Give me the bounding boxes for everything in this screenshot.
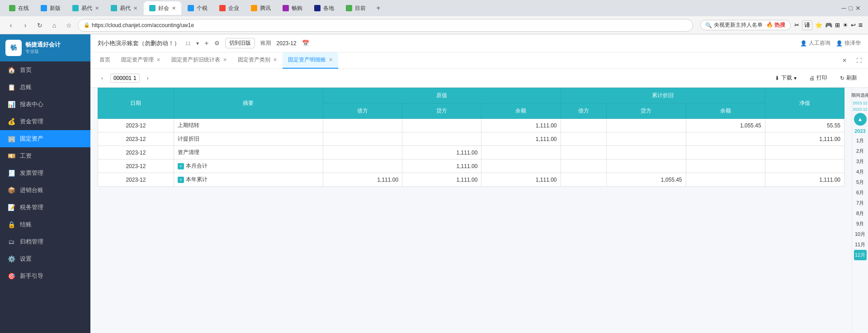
page-toolbar: ‹ 000001 1 › ⬇ 下载 ▾ 🖨 打印 ↻ 刷新 <box>90 69 868 88</box>
period-month-12月[interactable]: 12月 <box>854 250 867 260</box>
add-account-btn[interactable]: + <box>204 39 208 47</box>
print-btn[interactable]: 🖨 打印 <box>806 72 831 84</box>
user-avatar[interactable]: 👤 徐泽华 <box>836 39 861 47</box>
bookmark-button[interactable]: ☆ <box>63 20 74 31</box>
cell-yz-debit <box>323 159 402 173</box>
tab-close-icon[interactable]: ✕ <box>172 5 176 11</box>
consult-btn[interactable]: 👤 人工咨询 <box>800 39 830 47</box>
month-items: 1月2月3月4月5月6月7月8月9月10月11月12月 <box>854 136 867 260</box>
cell-summary: 计提折旧 <box>174 132 323 146</box>
hot-search-label: 🔥 热搜 <box>766 21 785 29</box>
switch-version-btn[interactable]: 切到旧版 <box>225 38 255 48</box>
page-number: 1 <box>133 75 137 81</box>
content-tab-close-fixed-asset-mgmt[interactable]: ✕ <box>156 57 160 63</box>
content-tab-asset-detail[interactable]: 固定资产明细账 ✕ <box>283 52 338 69</box>
sidebar-item-fixed-assets[interactable]: 🏢 固定资产 <box>0 130 90 147</box>
browser-tab-tab4[interactable]: 易代 ✕ <box>105 1 143 15</box>
sidebar: 畅 畅捷通好会计 专业版 🏠 首页📋 总账📊 报表中心💰 资金管理🏢 固定资产💴… <box>0 34 90 333</box>
sidebar-item-closing[interactable]: 🔒 结账 <box>0 216 90 233</box>
row-tag: + <box>178 177 184 183</box>
col-yz-balance: 余额 <box>481 103 561 119</box>
browser-tab-tab8[interactable]: 腾讯 <box>245 1 276 15</box>
browser-tab-tab5[interactable]: 好会 ✕ <box>144 1 181 15</box>
sidebar-item-inventory[interactable]: 📦 进销台账 <box>0 182 90 199</box>
refresh-btn[interactable]: ↻ 刷新 <box>836 72 861 84</box>
address-input[interactable]: 🔒 https://cloud.chanjet.com/accounting/u… <box>78 19 693 32</box>
browser-tab-tab2[interactable]: 新版 <box>35 1 66 15</box>
browser-tab-tab10[interactable]: 各地 <box>309 1 340 15</box>
content-tab-home[interactable]: 首页 <box>94 52 116 69</box>
sidebar-item-funds[interactable]: 💰 资金管理 <box>0 113 90 130</box>
scissors-icon[interactable]: ✂ <box>794 22 799 28</box>
cell-lj-debit <box>561 132 607 146</box>
sidebar-icon-home: 🏠 <box>7 66 15 74</box>
collapse-icon[interactable]: ✕ <box>839 55 850 66</box>
table-header-main: 日期 摘要 原值 累计折旧 净值 <box>98 88 844 103</box>
star-icon[interactable]: ⭐ <box>815 22 822 28</box>
undo-icon[interactable]: ↩ <box>851 22 856 28</box>
sidebar-item-ledger[interactable]: 📋 总账 <box>0 79 90 96</box>
cell-date: 2023-12 <box>98 159 174 173</box>
content-tab-close-depreciation-stats[interactable]: ✕ <box>223 57 227 63</box>
content-tab-close-asset-detail[interactable]: ✕ <box>329 57 333 63</box>
expand-icon[interactable]: ⛶ <box>854 55 864 66</box>
reload-button[interactable]: ↻ <box>34 20 45 31</box>
browser-tab-tab11[interactable]: 目前 <box>340 1 371 15</box>
period-month-9月[interactable]: 9月 <box>854 219 867 229</box>
period-month-6月[interactable]: 6月 <box>854 188 867 198</box>
tab-close-icon[interactable]: ✕ <box>95 5 99 11</box>
browser-tab-tab7[interactable]: 企业 <box>214 1 245 15</box>
forward-button[interactable]: › <box>20 20 31 31</box>
period-month-3月[interactable]: 3月 <box>854 156 867 167</box>
table-row: 2023-12 上期结转 1,111.00 1,055.45 55.55 <box>98 119 844 132</box>
content-tab-fixed-asset-mgmt[interactable]: 固定资产管理 ✕ <box>116 52 166 69</box>
content-tab-asset-category[interactable]: 固定资产类别 ✕ <box>232 52 283 69</box>
cell-lj-balance <box>686 132 765 146</box>
sidebar-item-tax[interactable]: 📝 税务管理 <box>0 199 90 216</box>
grid-icon[interactable]: ⊞ <box>835 22 840 28</box>
calendar-icon[interactable]: 📅 <box>302 40 309 47</box>
period-month-8月[interactable]: 8月 <box>854 208 867 219</box>
sidebar-item-home[interactable]: 🏠 首页 <box>0 61 90 79</box>
period-month-11月[interactable]: 11月 <box>854 239 867 250</box>
content-tab-close-asset-category[interactable]: ✕ <box>273 57 277 63</box>
period-month-5月[interactable]: 5月 <box>854 177 867 188</box>
content-tab-depreciation-stats[interactable]: 固定资产折旧统计表 ✕ <box>166 52 232 69</box>
period-month-4月[interactable]: 4月 <box>854 167 867 177</box>
new-tab-button[interactable]: + <box>372 2 385 14</box>
maximize-button[interactable]: □ <box>849 5 853 12</box>
menu-icon[interactable]: ≡ <box>859 21 863 29</box>
back-button[interactable]: ‹ <box>5 20 16 31</box>
next-page-btn[interactable]: › <box>143 74 152 83</box>
browser-tab-tab9[interactable]: 畅购 <box>277 1 308 15</box>
scroll-up-btn[interactable]: ▲ <box>854 113 867 126</box>
sidebar-item-settings[interactable]: ⚙️ 设置 <box>0 250 90 267</box>
browser-tab-tab6[interactable]: 个税 <box>182 1 213 15</box>
browser-tab-tab3[interactable]: 易代 ✕ <box>67 1 104 15</box>
dropdown-btn[interactable]: ▾ <box>196 40 199 47</box>
sidebar-label-payroll: 工资 <box>20 152 32 160</box>
brightness-icon[interactable]: ☀ <box>843 22 848 28</box>
browser-tab-tab1[interactable]: 在线 <box>4 1 34 15</box>
period-month-2月[interactable]: 2月 <box>854 146 867 156</box>
close-button[interactable]: ✕ <box>855 5 861 12</box>
cell-lj-balance <box>686 146 765 159</box>
sidebar-item-invoice[interactable]: 🧾 发票管理 <box>0 164 90 182</box>
table-row: 2023-12 计提折旧 1,111.00 1,111.00 <box>98 132 844 146</box>
sidebar-item-payroll[interactable]: 💴 工资 <box>0 147 90 164</box>
tab-close-icon[interactable]: ✕ <box>133 5 137 11</box>
translate-icon[interactable]: 译 <box>802 20 812 30</box>
sidebar-item-guide[interactable]: 🎯 新手引导 <box>0 267 90 285</box>
game-icon[interactable]: 🎮 <box>825 22 832 28</box>
tab-favicon <box>346 5 352 11</box>
minimize-button[interactable]: ─ <box>842 5 846 12</box>
period-month-7月[interactable]: 7月 <box>854 198 867 208</box>
period-month-10月[interactable]: 10月 <box>854 229 867 239</box>
settings-small-btn[interactable]: ⚙ <box>214 40 220 47</box>
home-button[interactable]: ⌂ <box>49 20 60 31</box>
sidebar-item-reports[interactable]: 📊 报表中心 <box>0 96 90 113</box>
download-btn[interactable]: ⬇ 下载 ▾ <box>771 72 800 84</box>
sidebar-item-archive[interactable]: 🗂 归档管理 <box>0 233 90 250</box>
period-month-1月[interactable]: 1月 <box>854 136 867 146</box>
prev-page-btn[interactable]: ‹ <box>98 74 107 83</box>
